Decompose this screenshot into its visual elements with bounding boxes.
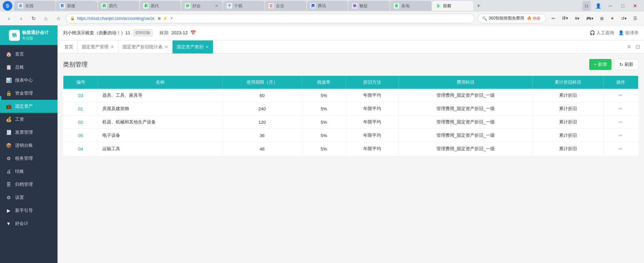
scissors-tool[interactable]: ✂ [549,14,558,23]
sidebar-item-guide[interactable]: ▶ 新手引导 [0,204,58,217]
cell-action-5[interactable]: ✏ [603,142,638,156]
refresh-button[interactable]: ↻ 刷新 [614,59,639,70]
cell-action-3[interactable]: ✏ [603,116,638,129]
page-title-bar: 类别管理 + 新增 ↻ 刷新 [63,59,639,70]
cell-code-4[interactable]: 05 [63,129,98,142]
undo-tool[interactable]: ↺▾ [618,14,629,23]
calendar-icon[interactable]: 📅 [190,30,196,35]
browser-tab-6[interactable]: 个 个税 [223,1,264,11]
tabs-expand-button[interactable]: ⊡ [634,44,641,50]
home-button[interactable]: ⌂ [41,14,51,23]
url-dropdown-icon[interactable]: ▼ [170,16,173,20]
browser-tab-8[interactable]: 腾 腾讯 [307,1,348,11]
sidebar-item-fixed-assets[interactable]: 💼 固定资产 [0,100,58,113]
sidebar-item-ledger[interactable]: 📋 总账 [0,61,58,74]
cell-code-1[interactable]: 03 [63,89,98,102]
tab-count-badge[interactable]: 11 [582,1,591,11]
edit-icon-3[interactable]: ✏ [619,119,623,125]
sidebar-item-more[interactable]: ▼ 好会计 [0,217,58,230]
page-title: 类别管理 [63,60,88,69]
sidebar-item-reports-label: 报表中心 [15,77,33,83]
page-tab-home[interactable]: 首页 [60,40,78,53]
cell-code-5[interactable]: 04 [63,142,98,156]
coin-tool[interactable]: ¥▾ [572,14,582,23]
sidebar-item-purchase-sale[interactable]: 📦 进销台账 [0,139,58,152]
sidebar-item-reports[interactable]: 📊 报表中心 [0,74,58,87]
minimize-button[interactable]: ─ [606,1,615,11]
search-bar[interactable]: 🔍 360智能抠图免费用 🔥 热搜 [478,14,546,23]
sidebar-item-funds-label: 资金管理 [15,90,33,96]
tab-favicon-1: 在 [18,3,23,9]
sidebar-item-settings[interactable]: ⚙ 设置 [0,191,58,204]
tab-title-7: 企业 [276,3,284,9]
close-browser-button[interactable]: ✕ [630,1,640,11]
cell-residual-4: 5% [302,129,346,142]
cell-accum-dep-2: 累计折旧 [533,102,603,116]
cell-months-1: 60 [222,89,302,102]
browser-tab-1[interactable]: 在 在线 [14,1,55,11]
cell-action-2[interactable]: ✏ [603,102,638,116]
page-tab-fixed-asset-mgmt[interactable]: 固定资产管理 ✕ [78,40,118,53]
menu-tool[interactable]: ☰ [631,14,640,23]
page-tab-asset-category-close[interactable]: ✕ [205,45,209,49]
edit-icon-5[interactable]: ✏ [619,146,623,152]
sidebar-item-tax[interactable]: ⚙ 税务管理 [0,152,58,165]
page-tab-depreciation-close[interactable]: ✕ [165,45,168,49]
sidebar-logo: 畅 畅捷通好会计 专业版 [9,29,49,41]
period-value: 2023-12 [171,30,188,35]
maximize-button[interactable]: □ [618,1,628,11]
browser-tab-10[interactable]: 各 各地 [390,1,431,11]
page-tab-fixed-asset-mgmt-close[interactable]: ✕ [111,45,114,49]
browser-tab-2[interactable]: 新 新建 [56,1,97,11]
page-tab-home-label: 首页 [64,44,73,50]
url-input[interactable]: 🔒 https://cloud.chanjet.com/accounting/u… [66,14,475,23]
sidebar-item-home[interactable]: 🏠 首页 [0,48,58,61]
user-profile-button[interactable]: 👤 徐泽华 [618,30,639,36]
guide-icon: ▶ [5,207,12,214]
translate-tool[interactable]: 译▾ [559,14,571,23]
forward-button[interactable]: › [16,14,26,23]
ledger-icon: 📋 [5,64,12,70]
funds-icon: 🔒 [5,90,12,96]
sidebar-item-funds[interactable]: 🔒 资金管理 [0,87,58,100]
browser-tab-4[interactable]: 易 易代 [140,1,181,11]
tab-title-4: 易代 [151,3,159,9]
sidebar-item-archive[interactable]: 🗄 归档管理 [0,178,58,191]
cell-months-4: 36 [222,129,302,142]
username-label: 徐泽华 [625,30,639,36]
cell-action-1[interactable]: ✏ [603,89,638,102]
sidebar-item-checkout[interactable]: 🖨 结账 [0,165,58,178]
browser-tab-9[interactable]: 畅 畅提 [349,1,390,11]
switch-version-button[interactable]: 切到旧版 [133,29,153,36]
page-tab-depreciation[interactable]: 固定资产折旧统计表 ✕ [118,40,173,53]
bookmark-button[interactable]: ☆ [53,14,63,23]
cell-code-2[interactable]: 01 [63,102,98,116]
url-lightning-icon: ⚡ [163,16,168,21]
game-tool[interactable]: 🎮▾ [583,14,596,23]
edit-icon-2[interactable]: ✏ [619,106,623,111]
edit-icon-1[interactable]: ✏ [619,93,623,98]
back-button[interactable]: ‹ [4,14,14,23]
tab-close-5[interactable]: ✕ [214,3,219,9]
sidebar-item-salary[interactable]: 💰 工资 [0,113,58,126]
add-button[interactable]: + 新增 [589,59,611,70]
grid-tool[interactable]: ⊞ [597,14,606,23]
sidebar-item-invoice[interactable]: 🧾 发票管理 [0,126,58,139]
browser-tab-5[interactable]: 好 好会 ✕ [181,1,223,11]
tabs-close-all-button[interactable]: ✕ [624,44,634,50]
table-row: 02 机器、机械和其他生产设备 120 5% 年限平均 管理费用_固定资产折旧_… [63,116,639,129]
cell-code-3[interactable]: 02 [63,116,98,129]
lock-icon: 🔒 [70,16,75,21]
new-tab-button[interactable]: + [474,1,483,11]
page-tab-asset-category[interactable]: 固定资产类别 ✕ [173,40,213,53]
browser-tab-3[interactable]: 易 易代 [98,1,139,11]
browser-tab-11[interactable]: S 目前 [432,1,473,11]
consult-button[interactable]: 🎧 人工咨询 [590,30,614,36]
profile-icon[interactable]: 👤 [593,1,603,11]
cell-action-4[interactable]: ✏ [603,129,638,142]
refresh-button[interactable]: ↻ [29,14,38,23]
tab-controls: 11 👤 ─ □ ✕ [582,1,641,11]
edit-icon-4[interactable]: ✏ [619,133,623,138]
browser-tab-7[interactable]: C 企业 [265,1,306,11]
brightness-tool[interactable]: ☀ [608,14,617,23]
